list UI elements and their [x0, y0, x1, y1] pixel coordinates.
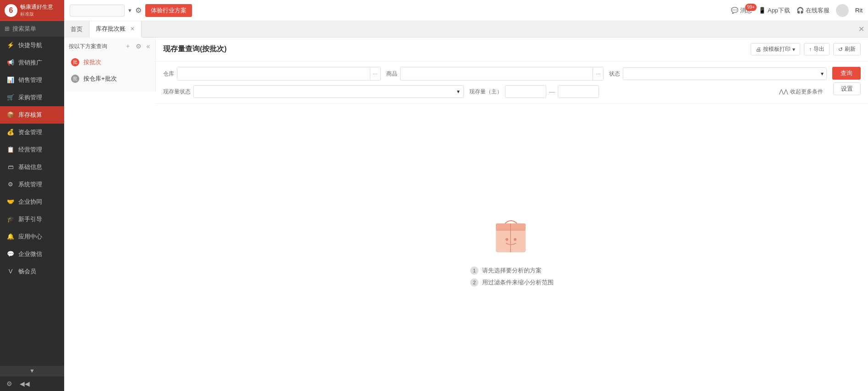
trial-btn[interactable]: 体验行业方案	[145, 4, 192, 17]
tab-close-btn[interactable]: ✕	[130, 26, 135, 32]
add-scheme-btn[interactable]: ＋	[124, 42, 132, 50]
stock-qty-max-input[interactable]	[558, 85, 599, 98]
empty-tip-2: 2 用过滤条件来缩小分析范围	[470, 278, 554, 287]
phone-icon: 📱	[758, 7, 766, 14]
message-btn[interactable]: 💬 消息 99+	[731, 6, 752, 15]
scheme-icon: 批	[71, 74, 80, 83]
settings-btn[interactable]: 设置	[833, 82, 861, 95]
stock-status-select[interactable]: ▾	[193, 85, 464, 98]
team-icon: 🤝	[6, 198, 15, 206]
sidebar-nav: ⚡ 快捷导航 📢 营销推广 📊 销售管理 🛒 采购管理 📦 库存核算 💰 资金管…	[0, 37, 64, 366]
user-name: Rit	[855, 7, 863, 14]
refresh-btn[interactable]: ↺ 刷新	[833, 43, 861, 55]
sidebar-item-enterprise[interactable]: 🤝 企业协同	[0, 193, 64, 211]
sidebar-item-finance[interactable]: 💰 资金管理	[0, 124, 64, 141]
product-input[interactable]	[401, 67, 593, 80]
sidebar-item-marketing[interactable]: 📢 营销推广	[0, 54, 64, 71]
sidebar-item-weixin[interactable]: 💬 企业微信	[0, 245, 64, 263]
wechat-icon: 💬	[6, 250, 15, 258]
left-panel-header-label: 按以下方案查询	[69, 43, 107, 50]
refresh-label: 刷新	[845, 45, 856, 53]
filter-product: 商品 ···	[386, 67, 604, 81]
sidebar-item-operation[interactable]: 📋 经营管理	[0, 141, 64, 158]
tip-num-1: 1	[470, 266, 478, 275]
app-logo: 6	[5, 4, 17, 17]
tab-home[interactable]: 首页	[64, 21, 89, 38]
warehouse-input[interactable]	[177, 67, 370, 80]
settings-footer-icon[interactable]: ⚙	[6, 380, 12, 387]
warehouse-more-btn[interactable]: ···	[370, 67, 380, 80]
sidebar-item-guide[interactable]: 🎓 新手引导	[0, 211, 64, 228]
sidebar-item-label: 应用中心	[18, 233, 42, 241]
product-input-group: ···	[400, 67, 604, 81]
user-avatar[interactable]	[836, 4, 849, 17]
page-header-actions: 🖨 按模板打印 ▾ ↑ 导出 ↺ 刷新	[751, 43, 861, 55]
collapse-footer-icon[interactable]: ◀◀	[20, 380, 30, 387]
sidebar-item-quick-nav[interactable]: ⚡ 快捷导航	[0, 37, 64, 54]
empty-illustration	[487, 209, 537, 259]
scheme-item-batch[interactable]: 批 按批次	[64, 54, 155, 71]
warehouse-batch-icon: 批	[71, 75, 79, 83]
export-icon: ↑	[809, 46, 812, 53]
product-more-btn[interactable]: ···	[593, 67, 603, 80]
topbar-right: 💬 消息 99+ 📱 App下载 🎧 在线客服 Rit	[731, 4, 863, 17]
settings-scheme-btn[interactable]: ⚙	[135, 42, 143, 50]
app-icon: 🔔	[6, 233, 15, 241]
topbar-search-input[interactable]	[70, 5, 125, 16]
sidebar-item-purchase[interactable]: 🛒 采购管理	[0, 89, 64, 106]
clipboard-icon: 📋	[6, 146, 15, 154]
status-select[interactable]: ▾	[623, 67, 827, 80]
guide-icon: 🎓	[6, 215, 15, 223]
collapse-filter-btn[interactable]: ⋀⋀ 收起更多条件	[775, 86, 827, 98]
filter-area: 仓库 ··· 商品 ···	[156, 61, 868, 104]
sidebar-item-system[interactable]: ⚙ 系统管理	[0, 176, 64, 193]
cart-icon: 🛒	[6, 93, 15, 102]
scheme-label-warehouse-batch: 按仓库+批次	[83, 75, 117, 83]
topbar-dropdown-btn[interactable]: ▾	[128, 7, 132, 14]
collapse-label: 收起更多条件	[790, 88, 823, 96]
headset-icon: 🎧	[797, 7, 804, 14]
scheme-item-warehouse-batch[interactable]: 批 按仓库+批次	[64, 71, 155, 87]
sidebar-scroll-down-btn[interactable]: ▼	[0, 366, 64, 376]
filter-stock-status: 现存量状态 ▾	[163, 85, 464, 98]
close-tab-area-btn[interactable]: ✕	[858, 25, 864, 33]
stock-qty-min-input[interactable]	[505, 85, 546, 98]
online-service-btn[interactable]: 🎧 在线客服	[797, 6, 830, 15]
content-area: 按以下方案查询 ＋ ⚙ « 批 按批次	[64, 38, 868, 391]
filter-row-2: 现存量状态 ▾ 现存量（主）	[163, 85, 827, 98]
sidebar-item-basic[interactable]: 🗃 基础信息	[0, 158, 64, 176]
range-dash: —	[549, 88, 555, 95]
svg-point-3	[505, 238, 508, 241]
tab-batch-account[interactable]: 库存批次账 ✕	[89, 21, 142, 38]
sidebar-search-label: 搜索菜单	[12, 25, 36, 33]
tab-home-label: 首页	[71, 25, 82, 33]
collapse-panel-btn[interactable]: «	[145, 42, 151, 50]
scheme-label-batch: 按批次	[83, 58, 101, 66]
stock-status-label: 现存量状态	[163, 88, 191, 96]
export-btn[interactable]: ↑ 导出	[804, 43, 830, 55]
query-btn[interactable]: 查询	[832, 67, 861, 80]
sidebar-header: 6 畅康通好生意 标准版	[0, 0, 64, 21]
app-download-btn[interactable]: 📱 App下载	[758, 6, 790, 15]
print-btn[interactable]: 🖨 按模板打印 ▾	[751, 43, 800, 55]
megaphone-icon: 📢	[6, 59, 15, 67]
sidebar-search-row[interactable]: ⊞ 搜索菜单	[0, 21, 64, 37]
left-panel: 按以下方案查询 ＋ ⚙ « 批 按批次	[64, 38, 156, 92]
print-dropdown-icon: ▾	[792, 46, 795, 53]
scheme-icon: 批	[71, 58, 80, 67]
sidebar-item-appstore[interactable]: 🔔 应用中心	[0, 228, 64, 245]
sidebar-item-inventory[interactable]: 📦 库存核算	[0, 106, 64, 124]
empty-box-svg	[487, 209, 537, 259]
svg-point-4	[514, 238, 516, 241]
sidebar-item-label: 基础信息	[18, 163, 42, 171]
sidebar-item-sales[interactable]: 📊 销售管理	[0, 71, 64, 89]
tabbar: 首页 库存批次账 ✕ ✕	[64, 21, 868, 38]
sidebar-item-member[interactable]: V 畅会员	[0, 263, 64, 280]
left-panel-header: 按以下方案查询 ＋ ⚙ «	[64, 42, 155, 54]
collapse-up-icon: ⋀⋀	[779, 88, 788, 95]
vip-icon: V	[6, 267, 15, 276]
batch-icon: 批	[71, 58, 79, 66]
page-title: 现存量查询(按批次)	[163, 44, 227, 54]
stock-qty-range: —	[505, 85, 599, 98]
topbar-gear-icon[interactable]: ⚙	[135, 6, 142, 15]
